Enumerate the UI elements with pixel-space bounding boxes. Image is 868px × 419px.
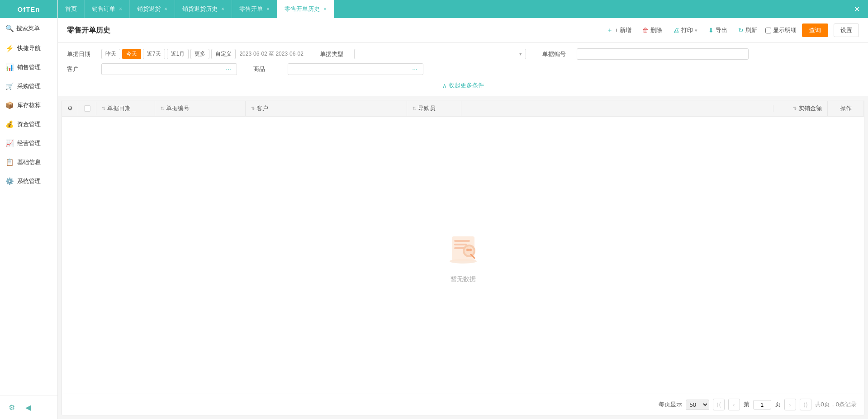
- svg-point-6: [465, 246, 474, 255]
- th-checkbox[interactable]: [78, 102, 96, 115]
- th-customer[interactable]: ⇅ 客户: [246, 101, 407, 116]
- order-number-label: 单据编号: [542, 50, 569, 58]
- settings-button[interactable]: 设置: [834, 24, 859, 37]
- query-button[interactable]: 查询: [802, 24, 828, 37]
- select-all-checkbox[interactable]: [84, 105, 90, 112]
- quick-nav-icon: ⚡: [5, 44, 14, 52]
- order-type-select[interactable]: ▾: [354, 49, 526, 59]
- main-area: 首页 销售订单 × 销货退货 × 销货退货历史 × 零售开单 × 零售开单历史 …: [58, 0, 868, 419]
- tab-close-sales-order[interactable]: ×: [119, 6, 122, 12]
- sort-icon: ⇅: [102, 106, 105, 111]
- page-title: 零售开单历史: [67, 26, 110, 35]
- page-label-pre: 第: [744, 400, 749, 409]
- date-filter-label: 单据日期: [67, 50, 94, 58]
- sidebar-item-finance[interactable]: 💰 资金管理: [0, 115, 57, 134]
- sidebar-item-quick-nav[interactable]: ⚡ 快捷导航: [0, 39, 57, 58]
- th-settings[interactable]: ⚙: [62, 101, 78, 115]
- date-yesterday-btn[interactable]: 昨天: [101, 49, 120, 59]
- finance-icon: 💰: [5, 120, 14, 128]
- sidebar-item-basic-info[interactable]: 📋 基础信息: [0, 153, 57, 172]
- sidebar-search[interactable]: 🔍 搜索菜单: [0, 18, 57, 39]
- collapse-icon: ∧: [442, 82, 447, 89]
- sidebar-item-business[interactable]: 📈 经营管理: [0, 134, 57, 153]
- sidebar-gear-btn[interactable]: ⚙: [5, 401, 18, 414]
- date-last7-btn[interactable]: 近7天: [143, 49, 165, 59]
- date-filter-btns: 昨天 今天 近7天 近1月 更多 自定义 2023-06-02 至 2023-0…: [101, 49, 304, 59]
- customer-select[interactable]: ···: [101, 63, 237, 75]
- tab-close-sales-return-history[interactable]: ×: [221, 6, 224, 12]
- sidebar-item-sales-mgmt[interactable]: 📊 销售管理: [0, 58, 57, 77]
- sidebar: OfTEn 🔍 搜索菜单 ⚡ 快捷导航 📊 销售管理 🛒 采购管理 📦 库存核算…: [0, 0, 58, 419]
- print-button[interactable]: 🖨 打印 ▾: [670, 24, 700, 36]
- sort-icon-amount: ⇅: [793, 106, 797, 111]
- th-date[interactable]: ⇅ 单据日期: [96, 101, 155, 116]
- page-label: 页: [775, 400, 781, 409]
- print-icon: 🖨: [673, 27, 679, 34]
- sort-icon-guide: ⇅: [413, 106, 416, 111]
- tab-sales-return-history[interactable]: 销货退货历史 ×: [175, 0, 232, 18]
- date-last-month-btn[interactable]: 近1月: [167, 49, 189, 59]
- next-page-btn[interactable]: ›: [784, 399, 796, 410]
- show-detail-checkbox[interactable]: 显示明细: [765, 26, 797, 34]
- date-today-btn[interactable]: 今天: [122, 49, 141, 59]
- svg-rect-2: [454, 240, 470, 242]
- export-icon: ⬇: [708, 27, 714, 34]
- filter-area: 单据日期 昨天 今天 近7天 近1月 更多 自定义 2023-06-02 至 2…: [58, 43, 868, 96]
- sidebar-item-system-mgmt[interactable]: ⚙️ 系统管理: [0, 172, 57, 191]
- refresh-button[interactable]: ↻ 刷新: [735, 24, 760, 36]
- customer-dots[interactable]: ···: [224, 66, 233, 73]
- inventory-icon: 📦: [5, 101, 14, 109]
- basic-info-icon: 📋: [5, 158, 14, 166]
- page-input[interactable]: [753, 400, 771, 410]
- sort-icon-customer: ⇅: [251, 106, 255, 111]
- tab-home[interactable]: 首页: [58, 0, 85, 18]
- refresh-icon: ↻: [738, 27, 744, 34]
- filter-row-1: 单据日期 昨天 今天 近7天 近1月 更多 自定义 2023-06-02 至 2…: [67, 48, 859, 60]
- tab-close-retail-open[interactable]: ×: [266, 6, 270, 12]
- sidebar-item-inventory[interactable]: 📦 库存核算: [0, 96, 57, 115]
- goods-select[interactable]: ···: [288, 63, 423, 75]
- last-page-btn[interactable]: ⟩⟩: [800, 399, 811, 410]
- tab-retail-open[interactable]: 零售开单 ×: [232, 0, 277, 18]
- content-area: 零售开单历史 ＋ + 新增 🗑 删除 🖨 打印 ▾ ⬇ 导出: [58, 18, 868, 419]
- collapse-more-btn[interactable]: ∧ 收起更多条件: [67, 79, 859, 90]
- header-actions: ＋ + 新增 🗑 删除 🖨 打印 ▾ ⬇ 导出 ↻: [604, 24, 859, 37]
- th-action: 操作: [828, 101, 864, 116]
- window-close-btn[interactable]: ✕: [850, 3, 863, 15]
- export-button[interactable]: ⬇ 导出: [706, 24, 730, 36]
- delete-button[interactable]: 🗑 删除: [640, 24, 665, 36]
- th-amount[interactable]: ⇅ 实销金额: [773, 101, 828, 116]
- th-number[interactable]: ⇅ 单据编号: [155, 101, 246, 116]
- table-header: ⚙ ⇅ 单据日期 ⇅ 单据编号 ⇅ 客户 ⇅: [62, 100, 864, 117]
- per-page-select[interactable]: 50 20 100: [686, 400, 709, 410]
- tab-sales-return[interactable]: 销货退货 ×: [130, 0, 175, 18]
- tab-close-sales-return[interactable]: ×: [164, 6, 167, 12]
- first-page-btn[interactable]: ⟨⟨: [713, 399, 725, 410]
- th-guide[interactable]: ⇅ 导购员: [407, 101, 461, 116]
- goods-dots[interactable]: ···: [410, 66, 419, 73]
- date-more-btn[interactable]: 更多: [190, 49, 209, 59]
- delete-icon: 🗑: [642, 27, 649, 34]
- add-button[interactable]: ＋ + 新增: [604, 24, 634, 36]
- sidebar-item-purchase-mgmt[interactable]: 🛒 采购管理: [0, 77, 57, 96]
- tab-close-retail-history[interactable]: ×: [323, 6, 327, 12]
- date-custom-btn[interactable]: 自定义: [211, 49, 236, 59]
- search-icon: 🔍: [5, 24, 14, 33]
- svg-rect-3: [454, 244, 467, 245]
- filter-row-2: 客户 ··· 商品 ···: [67, 63, 859, 75]
- svg-point-8: [466, 249, 469, 251]
- show-detail-input[interactable]: [765, 28, 771, 33]
- table-area: ⚙ ⇅ 单据日期 ⇅ 单据编号 ⇅ 客户 ⇅: [62, 100, 864, 415]
- sales-icon: 📊: [5, 63, 14, 71]
- prev-page-btn[interactable]: ‹: [728, 399, 740, 410]
- sidebar-collapse-btn[interactable]: ◀: [22, 401, 34, 414]
- table-settings-icon: ⚙: [67, 105, 73, 112]
- order-number-input[interactable]: [577, 48, 749, 60]
- sort-icon-number: ⇅: [161, 106, 164, 111]
- tab-sales-order[interactable]: 销售订单 ×: [85, 0, 130, 18]
- page-total: 共0页，0条记录: [815, 400, 857, 409]
- per-page-label: 每页显示: [659, 400, 682, 409]
- sidebar-bottom: ⚙ ◀: [0, 395, 57, 419]
- goods-filter-label: 商品: [253, 65, 280, 73]
- tab-retail-history[interactable]: 零售开单历史 ×: [277, 0, 334, 18]
